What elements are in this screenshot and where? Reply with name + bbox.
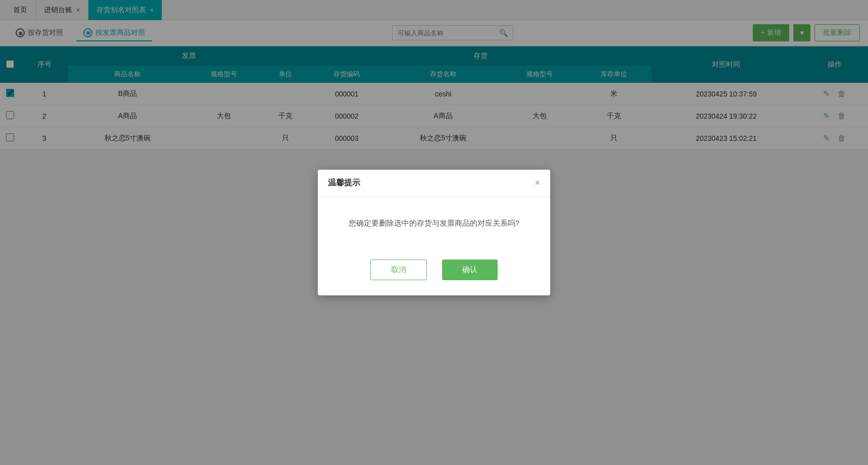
overlay: 温馨提示 × 您确定要删除选中的存货与发票商品的对应关系吗? 取消 确认 [0, 0, 868, 149]
